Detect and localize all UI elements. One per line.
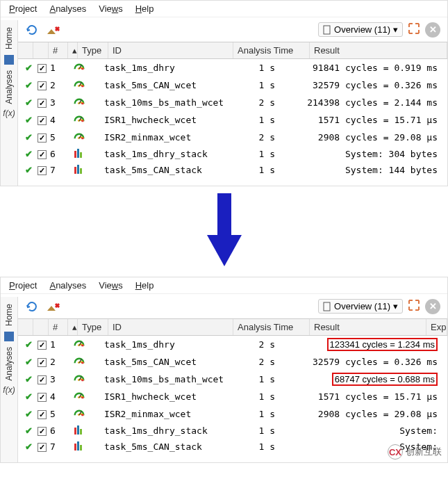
- table-header: # ▴ Type ID Analysis Time Result: [18, 42, 447, 59]
- row-checkbox[interactable]: ✓: [38, 81, 47, 90]
- table-row[interactable]: ✔✓4ISR1_hwcheck_wcet1 s 1571 cycles = 15…: [18, 388, 447, 405]
- sidebar-analyses[interactable]: Analyses: [4, 347, 14, 381]
- col-check[interactable]: [33, 42, 49, 58]
- refresh-icon[interactable]: [25, 300, 39, 314]
- watermark: CX 创新互联: [388, 444, 442, 460]
- row-checkbox[interactable]: ✓: [38, 393, 47, 402]
- delete-icon[interactable]: [46, 23, 61, 37]
- expand-icon[interactable]: [407, 22, 421, 38]
- row-checkbox[interactable]: ✓: [38, 358, 47, 367]
- type-icon: [71, 130, 101, 145]
- table-row[interactable]: ✔✓3task_10ms_bs_math_wcet1 s 68747 cycle…: [18, 371, 447, 388]
- col-check[interactable]: [33, 319, 49, 335]
- col-type[interactable]: Type: [78, 42, 108, 58]
- row-checkbox[interactable]: ✓: [38, 166, 47, 175]
- overview-label: Overview (11): [334, 24, 390, 35]
- table-row[interactable]: ✔✓5ISR2_minmax_wcet2 s 2908 cycles = 29.…: [18, 129, 447, 146]
- overview-label: Overview (11): [334, 301, 390, 311]
- row-num: 6: [47, 425, 61, 437]
- row-checkbox[interactable]: ✓: [38, 443, 47, 452]
- row-id: task_5ms_CAN_wcet: [101, 79, 226, 91]
- status-check-icon: ✔: [25, 339, 33, 350]
- col-id[interactable]: ID: [108, 42, 233, 58]
- sort-asc-icon[interactable]: ▴: [68, 319, 78, 335]
- watermark-logo-icon: CX: [388, 444, 403, 460]
- row-time: 1 s: [226, 114, 278, 126]
- menu-analyses[interactable]: Analyses: [49, 280, 86, 291]
- table-row[interactable]: ✔✓4ISR1_hwcheck_wcet1 s 1571 cycles = 15…: [18, 111, 447, 129]
- row-checkbox[interactable]: ✓: [38, 375, 47, 384]
- col-num[interactable]: #: [49, 42, 68, 58]
- sidebar-home[interactable]: Home: [4, 27, 14, 49]
- row-time: 1 s: [226, 391, 278, 403]
- sort-asc-icon[interactable]: ▴: [68, 42, 78, 58]
- table-row[interactable]: ✔✓1task_1ms_dhry2 s123341 cycles = 1.234…: [18, 336, 447, 353]
- row-num: 2: [47, 356, 61, 368]
- row-num: 1: [47, 62, 61, 74]
- menu-help[interactable]: Help: [135, 3, 154, 14]
- type-icon: [71, 424, 101, 437]
- menu-project[interactable]: Project: [9, 280, 37, 291]
- fx-icon[interactable]: f(x): [3, 385, 15, 395]
- row-result: 91841 cycles = 0.919 ms: [278, 62, 443, 74]
- menu-views[interactable]: Views: [99, 280, 122, 291]
- overview-dropdown[interactable]: Overview (11) ▾: [318, 299, 403, 314]
- col-type[interactable]: Type: [78, 319, 108, 335]
- col-id[interactable]: ID: [108, 319, 233, 335]
- table-row[interactable]: ✔✓1task_1ms_dhry1 s 91841 cycles = 0.919…: [18, 59, 447, 76]
- col-exp[interactable]: Exp: [426, 319, 447, 335]
- row-checkbox[interactable]: ✓: [38, 133, 47, 143]
- row-checkbox[interactable]: ✓: [38, 427, 47, 436]
- sidebar-analyses[interactable]: Analyses: [4, 70, 14, 104]
- menu-help[interactable]: Help: [135, 280, 154, 291]
- row-num: 6: [47, 148, 61, 160]
- col-result[interactable]: Result: [310, 319, 426, 335]
- col-time[interactable]: Analysis Time: [233, 319, 310, 335]
- overview-dropdown[interactable]: Overview (11) ▾: [318, 22, 403, 37]
- table-row[interactable]: ✔✓5ISR2_minmax_wcet1 s 2908 cycles = 29.…: [18, 405, 447, 423]
- refresh-icon[interactable]: [25, 23, 39, 37]
- menu-analyses[interactable]: Analyses: [49, 3, 86, 14]
- row-checkbox[interactable]: ✓: [38, 341, 47, 350]
- row-result: 1571 cycles = 15.71 µs: [278, 391, 443, 403]
- row-id: task_1ms_dhry_stack: [101, 425, 226, 437]
- expand-icon[interactable]: [407, 298, 421, 314]
- col-status[interactable]: [18, 42, 33, 58]
- row-checkbox[interactable]: ✓: [38, 116, 47, 125]
- row-result: 32579 cycles = 0.326 ms: [278, 79, 443, 91]
- close-icon[interactable]: ✕: [425, 22, 440, 38]
- fx-icon[interactable]: f(x): [3, 108, 15, 118]
- menu-views[interactable]: Views: [99, 3, 122, 14]
- close-icon[interactable]: ✕: [425, 299, 440, 314]
- menu-project[interactable]: Project: [9, 3, 37, 14]
- row-checkbox[interactable]: ✓: [38, 410, 47, 419]
- table-row[interactable]: ✔✓2task_5ms_CAN_wcet2 s 32579 cycles = 0…: [18, 353, 447, 371]
- table-row[interactable]: ✔✓7task_5ms_CAN_stack1 s System: 144 byt…: [18, 162, 447, 178]
- row-time: 1 s: [226, 62, 278, 74]
- row-id: task_1ms_dhry: [101, 339, 226, 350]
- table-row[interactable]: ✔✓2task_5ms_CAN_wcet1 s 32579 cycles = 0…: [18, 76, 447, 94]
- sidebar-home[interactable]: Home: [4, 304, 14, 326]
- row-id: ISR2_minmax_wcet: [101, 131, 226, 143]
- row-checkbox[interactable]: ✓: [38, 150, 47, 159]
- delete-icon[interactable]: [46, 300, 61, 314]
- col-result[interactable]: Result: [310, 42, 447, 58]
- table-row[interactable]: ✔✓7task_5ms_CAN_stack1 s System:: [18, 439, 447, 455]
- row-checkbox[interactable]: ✓: [38, 64, 47, 73]
- table-row[interactable]: ✔✓6task_1ms_dhry_stack1 s System: 304 by…: [18, 146, 447, 162]
- row-checkbox[interactable]: ✓: [38, 99, 47, 108]
- col-status[interactable]: [18, 319, 33, 335]
- svg-rect-13: [324, 302, 330, 311]
- row-num: 4: [47, 391, 61, 403]
- type-icon: [71, 163, 101, 177]
- table-row[interactable]: ✔✓3task_10ms_bs_math_wcet2 s214398 cycle…: [18, 94, 447, 111]
- status-check-icon: ✔: [25, 80, 33, 90]
- table-row[interactable]: ✔✓6task_1ms_dhry_stack1 s System:: [18, 423, 447, 439]
- sidebar: Home Analyses f(x): [1, 20, 18, 186]
- row-time: 1 s: [226, 79, 278, 91]
- svg-rect-24: [80, 445, 82, 450]
- status-check-icon: ✔: [25, 409, 33, 419]
- col-num[interactable]: #: [49, 319, 68, 335]
- col-time[interactable]: Analysis Time: [233, 42, 310, 58]
- svg-rect-19: [74, 428, 76, 435]
